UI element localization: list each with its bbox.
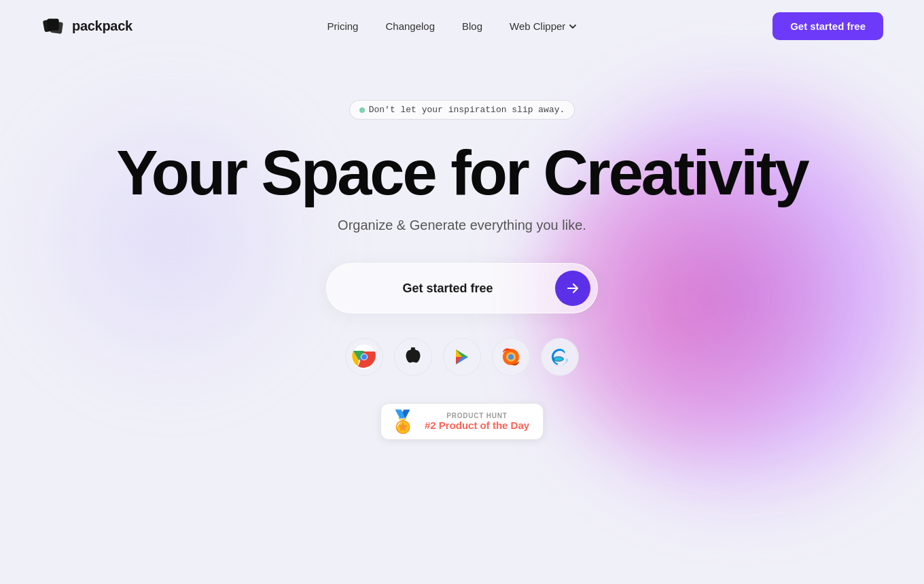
google-play-icon [452,347,472,366]
platform-icons [345,338,579,376]
apple-icon [404,347,423,366]
hero-cta-container[interactable]: Get started free [326,263,598,313]
firefox-icon [500,346,522,368]
badge-text: Don't let your inspiration slip away. [369,105,565,115]
apple-icon-wrap[interactable] [394,338,432,376]
product-hunt-badge[interactable]: 🏅 PRODUCT HUNT #2 Product of the Day [380,403,544,440]
edge-icon [549,346,571,368]
chrome-icon [352,345,376,369]
nav-blog[interactable]: Blog [462,20,482,32]
ph-medal-icon: 🏅 [389,411,416,432]
chrome-icon-wrap[interactable] [345,338,383,376]
svg-point-16 [554,358,563,361]
ph-label: PRODUCT HUNT [425,412,529,419]
edge-icon-wrap[interactable] [541,338,579,376]
ph-rank: #2 Product of the Day [425,419,529,431]
logo-text: packpack [72,18,132,34]
hero-title: Your Space for Creativity [116,141,807,204]
google-play-icon-wrap[interactable] [443,338,481,376]
chevron-down-icon [568,22,578,31]
arrow-right-icon [565,281,580,296]
nav-cta-button[interactable]: Get started free [772,12,883,40]
hero-cta-label: Get started free [354,281,541,296]
badge-dot [359,107,365,113]
hero-cta-arrow-button[interactable] [555,271,590,306]
logo-icon [41,14,67,39]
svg-point-6 [361,354,367,360]
nav-pricing[interactable]: Pricing [327,20,359,32]
navbar: packpack Pricing Changelog Blog Web Clip… [0,0,924,52]
svg-point-14 [508,354,514,360]
hero-badge: Don't let your inspiration slip away. [349,100,575,120]
logo[interactable]: packpack [41,14,132,39]
nav-changelog[interactable]: Changelog [385,20,435,32]
nav-links: Pricing Changelog Blog Web Clipper [327,20,578,32]
svg-rect-2 [48,18,59,30]
nav-web-clipper[interactable]: Web Clipper [510,20,578,32]
hero-section: Don't let your inspiration slip away. Yo… [0,52,924,440]
ph-text: PRODUCT HUNT #2 Product of the Day [425,412,529,431]
firefox-icon-wrap[interactable] [492,338,530,376]
hero-subtitle: Organize & Generate everything you like. [338,218,586,233]
